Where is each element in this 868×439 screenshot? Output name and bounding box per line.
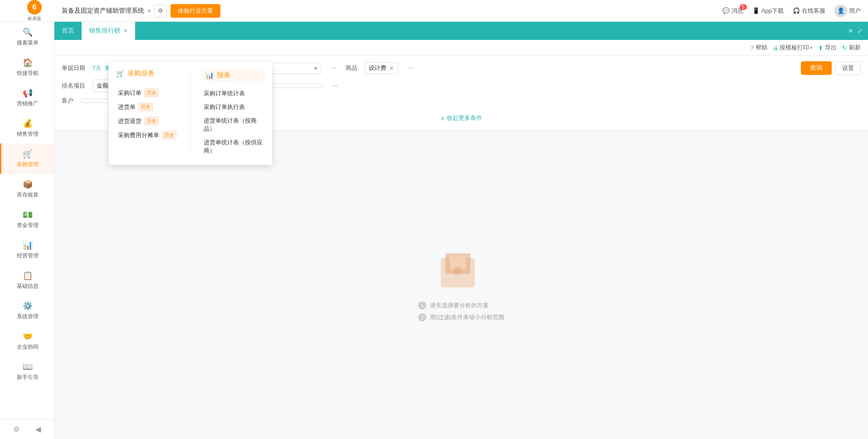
reports-col: 📊 报表 采购订单统计表 采购订单执行表 进货单统计表（按商品） 进货单统计表（… — [202, 69, 265, 158]
history-badge-0: 历史 — [144, 89, 159, 97]
refresh-icon: ↻ — [842, 44, 847, 51]
dropdown-item-stock-in[interactable]: 进货单 历史 — [116, 100, 180, 114]
goods-chip-value: 设计费 — [369, 64, 386, 72]
sidebar-item-purchase[interactable]: 🛒 采购管理 — [0, 143, 54, 174]
status-more-button[interactable]: ··· — [329, 64, 338, 72]
purchase-dropdown-menu: 🛒 采购业务 采购订单 历史 进货单 历史 进货退货 历史 采购费用分摊单 — [109, 62, 272, 165]
sidebar-collapse-button[interactable]: ◀ — [35, 425, 41, 434]
sidebar-item-base-info[interactable]: 📋 基础信息 — [0, 265, 54, 296]
help-label: 帮助 — [756, 44, 767, 52]
dropdown-item-stock-stats-goods[interactable]: 进货单统计表（按商品） — [202, 114, 265, 136]
guide-icon: 📖 — [23, 362, 33, 372]
goods-chip-close[interactable]: ✕ — [389, 65, 394, 72]
date-label: 单据日期 — [62, 64, 85, 72]
empty-illustration — [434, 249, 488, 294]
tab-minimize-icon[interactable]: ✕ — [848, 27, 853, 35]
sidebar-item-inventory-label: 库存核算 — [17, 191, 39, 199]
operations-icon: 📊 — [23, 240, 33, 250]
empty-hints: 1 请先选择要分析的方案 2 用[过滤]条件来缩小分析范围 — [418, 301, 504, 321]
print-button[interactable]: 🖨 按模板打印 ▾ — [773, 44, 813, 52]
dropdown-item-stock-stats-supplier[interactable]: 进货单统计表（按供应商） — [202, 136, 265, 158]
sidebar-item-sales[interactable]: 💰 销售管理 — [0, 113, 54, 143]
help-icon: ? — [751, 44, 754, 51]
svg-point-3 — [454, 267, 461, 274]
message-icon: 💬 — [722, 7, 730, 14]
sidebar-item-base-info-label: 基础信息 — [17, 282, 39, 290]
tab-home[interactable]: 首页 — [54, 22, 82, 40]
set-button[interactable]: 设置 — [835, 61, 861, 75]
goods-more-button[interactable]: ··· — [405, 64, 415, 72]
online-service-label: 在线客服 — [802, 7, 825, 15]
user-area[interactable]: 👤 用户 — [834, 5, 861, 17]
sidebar-item-operations[interactable]: 📊 经营管理 — [0, 235, 54, 265]
dropdown-item-purchase-expense-label: 采购费用分摊单 — [118, 131, 159, 139]
tab-sales-rank[interactable]: 销售排行榜 ✕ — [82, 22, 135, 40]
finance-icon: 💵 — [23, 210, 33, 220]
sidebar-item-enterprise[interactable]: 🤝 企业协同 — [0, 326, 54, 356]
messages-button[interactable]: 💬 消息 5 — [722, 7, 743, 15]
home-icon: 🏠 — [23, 58, 33, 68]
sidebar-settings-button[interactable]: ⚙ — [13, 425, 20, 434]
sidebar-item-purchase-label: 采购管理 — [17, 161, 39, 168]
sidebar-item-quick-nav[interactable]: 🏠 快捷导航 — [0, 52, 54, 83]
search-icon: 🔍 — [23, 27, 33, 37]
sidebar-item-guide[interactable]: 📖 新手引导 — [0, 356, 54, 387]
hint-num-1: 1 — [418, 301, 426, 310]
dropdown-item-stock-return[interactable]: 进货退货 历史 — [116, 114, 180, 128]
app-download-label: App下载 — [761, 7, 784, 15]
user-name: 用户 — [849, 7, 861, 15]
history-badge-3: 历史 — [162, 131, 176, 139]
app-download-button[interactable]: 📱 App下载 — [752, 7, 784, 15]
sidebar-item-operations-label: 经营管理 — [17, 252, 39, 260]
collapse-button[interactable]: ∧ 收起更多条件 — [440, 111, 482, 125]
sidebar-item-guide-label: 新手引导 — [17, 374, 39, 381]
dropdown-item-order-stats-label: 采购订单统计表 — [204, 89, 245, 98]
help-button[interactable]: ? 帮助 — [751, 44, 767, 52]
system-title-arrow-icon[interactable]: ▾ — [148, 8, 151, 14]
print-icon: 🖨 — [773, 44, 779, 51]
toolbar: ? 帮助 🖨 按模板打印 ▾ ⬆ 导出 ↻ 刷新 — [54, 40, 868, 56]
action-buttons: 查询 设置 — [801, 61, 861, 75]
system-title-area: 装备及固定资产辅助管理系统 ▾ ⚙ 体验行业方案 — [62, 4, 722, 18]
dropdown-item-stock-stats-supplier-label: 进货单统计表（按供应商） — [204, 138, 263, 155]
sidebar-item-quick-nav-label: 快捷导航 — [17, 69, 39, 77]
logo-subtitle: 标准版 — [28, 15, 41, 22]
dropdown-item-purchase-order-label: 采购订单 — [118, 89, 141, 97]
online-service-button[interactable]: 🎧 在线客服 — [793, 7, 825, 15]
query-button[interactable]: 查询 — [801, 61, 832, 75]
purchase-icon: 🛒 — [23, 149, 33, 159]
date-shortcut-7d[interactable]: 7天 — [93, 64, 101, 72]
sidebar-item-inventory[interactable]: 📦 库存核算 — [0, 174, 54, 204]
dropdown-item-purchase-order[interactable]: 采购订单 历史 — [116, 86, 180, 100]
salesperson-more-button[interactable]: ··· — [330, 82, 340, 90]
tab-close-icon[interactable]: ✕ — [123, 28, 128, 34]
tab-sales-rank-label: 销售排行榜 — [89, 27, 121, 35]
export-button[interactable]: ⬆ 导出 — [818, 44, 837, 52]
sidebar-item-system[interactable]: ⚙️ 系统管理 — [0, 296, 54, 326]
dropdown-item-order-exec[interactable]: 采购订单执行表 — [202, 100, 265, 114]
history-badge-2: 历史 — [144, 117, 159, 125]
print-label: 按模板打印 — [780, 44, 809, 52]
reports-col-title: 📊 报表 — [202, 69, 265, 81]
refresh-button[interactable]: ↻ 刷新 — [842, 44, 861, 52]
dropdown-item-purchase-expense[interactable]: 采购费用分摊单 历史 — [116, 128, 180, 142]
collapse-label: 收起更多条件 — [447, 114, 482, 122]
sidebar-item-marketing-label: 营销推广 — [17, 100, 39, 108]
user-avatar: 👤 — [834, 5, 847, 17]
refresh-label: 刷新 — [849, 44, 861, 52]
content-area: 首页 销售排行榜 ✕ ✕ ⤢ ? 帮助 🖨 按模板打印 ▾ ⬆ — [54, 22, 868, 439]
sidebar-item-marketing[interactable]: 📢 营销推广 — [0, 83, 54, 113]
sidebar-item-search[interactable]: 🔍 搜索菜单 — [0, 22, 54, 52]
tab-fullscreen-icon[interactable]: ⤢ — [857, 27, 863, 35]
dropdown-item-stock-in-label: 进货单 — [118, 103, 136, 111]
collapse-up-icon: ∧ — [440, 115, 445, 122]
settings-icon[interactable]: ⚙ — [154, 5, 167, 17]
dropdown-item-order-stats[interactable]: 采购订单统计表 — [202, 87, 265, 100]
main-content-area: 1 请先选择要分析的方案 2 用[过滤]条件来缩小分析范围 — [54, 131, 868, 439]
sidebar-item-finance[interactable]: 💵 资金管理 — [0, 204, 54, 235]
export-icon: ⬆ — [818, 44, 823, 51]
marketing-icon: 📢 — [23, 88, 33, 98]
print-arrow-icon[interactable]: ▾ — [810, 45, 813, 51]
sidebar-item-search-label: 搜索菜单 — [17, 39, 39, 47]
industry-button[interactable]: 体验行业方案 — [171, 4, 220, 18]
